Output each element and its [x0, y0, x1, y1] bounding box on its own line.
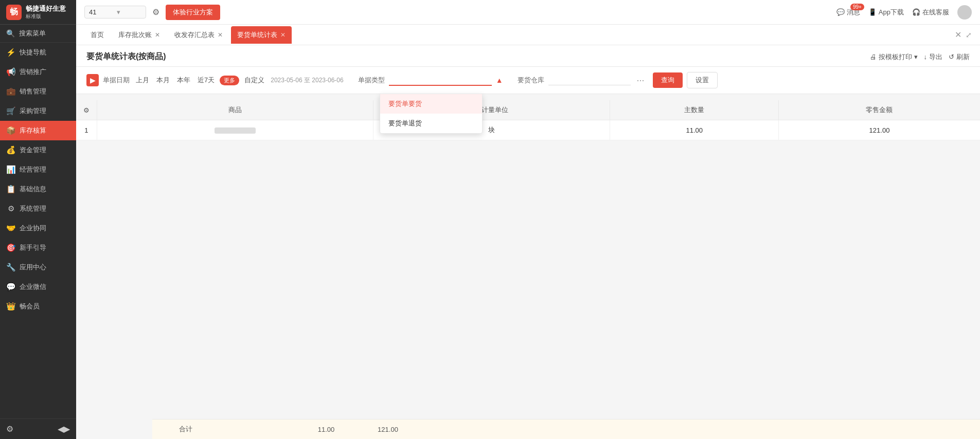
message-icon: 💬: [836, 8, 845, 16]
topbar-left: 41 ▾ ⚙ 体验行业方案: [84, 5, 220, 20]
date-btn-this-month[interactable]: 本月: [154, 75, 172, 86]
footer-lingshao: 121.00: [357, 426, 419, 433]
sidebar-item-xinshou[interactable]: 🎯 新手引导: [0, 238, 76, 258]
sidebar-search-item[interactable]: 🔍 搜索菜单: [0, 25, 76, 43]
sidebar: 畅 畅捷通好生意 标准版 🔍 搜索菜单 ⚡ 快捷导航 📢 营销推广 💼 销售管理…: [0, 0, 76, 439]
settings-footer-icon[interactable]: ⚙: [6, 424, 13, 434]
dropdown-menu: 要货单要货 要货单退货: [380, 94, 483, 134]
tab-label: 收发存汇总表: [174, 30, 215, 40]
sidebar-item-xiaoshou[interactable]: 💼 销售管理: [0, 82, 76, 101]
sidebar-item-label: 企业协同: [20, 224, 70, 233]
service-button[interactable]: 🎧 在线客服: [912, 8, 949, 17]
tab-close-icon[interactable]: ✕: [218, 32, 223, 38]
date-btn-more[interactable]: 更多: [220, 76, 239, 85]
refresh-label: 刷新: [956, 52, 970, 62]
main-area: 41 ▾ ⚙ 体验行业方案 💬 消息 99+ 📱 App下载 🎧 在线客服: [76, 0, 980, 439]
dropdown-item-yaohuo-tuihuo[interactable]: 要货单退货: [380, 114, 482, 133]
sidebar-nav: ⚡ 快捷导航 📢 营销推广 💼 销售管理 🛒 采购管理 📦 库存核算 💰 资金管…: [0, 43, 76, 418]
sidebar-item-yingxiao[interactable]: 📢 营销推广: [0, 62, 76, 82]
date-btn-7days[interactable]: 近7天: [195, 75, 217, 86]
date-btn-this-year[interactable]: 本年: [175, 75, 192, 86]
topbar-right: 💬 消息 99+ 📱 App下载 🎧 在线客服: [836, 5, 972, 20]
warehouse-label: 要货仓库: [518, 76, 544, 85]
settings-button[interactable]: 设置: [687, 72, 718, 88]
tab-label: 要货单统计表: [237, 30, 277, 40]
sidebar-item-huiyuan[interactable]: 👑 畅会员: [0, 297, 76, 316]
print-label: 按模板打印: [879, 52, 912, 62]
column-header-lingshao: 零售金额: [778, 100, 980, 120]
huiyuan-icon: 👑: [6, 302, 15, 311]
tab-close-icon[interactable]: ✕: [155, 32, 160, 38]
page-content: 要货单统计表(按商品) 🖨 按模板打印 ▾ ↓ 导出 ↺ 刷新: [76, 45, 980, 439]
message-badge: 99+: [850, 4, 864, 10]
table-footer: 合计 11.00 121.00: [152, 419, 980, 439]
topbar-gear-icon[interactable]: ⚙: [152, 7, 159, 17]
xinshou-icon: 🎯: [6, 243, 15, 252]
toggle-sidebar-icon[interactable]: ◀▶: [58, 424, 70, 434]
trial-button[interactable]: 体验行业方案: [166, 5, 220, 20]
tab-kucun-pizhang[interactable]: 库存批次账 ✕: [112, 26, 166, 44]
sidebar-footer: ⚙ ◀▶: [0, 418, 76, 439]
xiaoshou-icon: 💼: [6, 87, 15, 96]
tab-shoudinghuizong[interactable]: 收发存汇总表 ✕: [168, 26, 229, 44]
column-header-shangpin: 商品: [97, 100, 373, 120]
refresh-button[interactable]: ↺ 刷新: [949, 52, 970, 62]
footer-zhushuliang: 11.00: [295, 426, 357, 433]
date-shortcuts: 上月 本月 本年 近7天 更多 自定义: [134, 75, 266, 86]
close-all-tabs-button[interactable]: ✕: [955, 30, 961, 40]
type-dropdown-arrow[interactable]: ▲: [496, 76, 503, 84]
sidebar-item-label: 畅会员: [20, 302, 70, 311]
filter-toggle-button[interactable]: ▶: [86, 74, 99, 86]
app-label: App下载: [879, 8, 904, 17]
chevron-down-icon: ▾: [117, 8, 141, 16]
sidebar-item-xitong[interactable]: ⚙ 系统管理: [0, 199, 76, 218]
sidebar-item-yingyong[interactable]: 🔧 应用中心: [0, 258, 76, 277]
tab-home-label: 首页: [91, 30, 104, 40]
jichu-icon: 📋: [6, 185, 15, 194]
sidebar-item-label: 基础信息: [20, 185, 70, 194]
warehouse-input[interactable]: [548, 75, 631, 85]
tab-home[interactable]: 首页: [84, 26, 110, 44]
more-filters-icon[interactable]: ···: [637, 75, 645, 86]
tab-yaohuotongji[interactable]: 要货单统计表 ✕: [231, 26, 292, 44]
user-avatar[interactable]: [957, 5, 972, 20]
row-zhushuliang: 11.00: [610, 120, 779, 140]
type-input[interactable]: [389, 75, 492, 86]
sidebar-item-label: 销售管理: [20, 87, 70, 96]
sidebar-item-label: 采购管理: [20, 106, 70, 116]
dropdown-item-yaohuo-yaohuo[interactable]: 要货单要货: [380, 94, 482, 114]
service-label: 在线客服: [922, 8, 949, 17]
tab-close-icon[interactable]: ✕: [280, 32, 286, 38]
column-header-gear[interactable]: ⚙: [76, 100, 97, 120]
app-download-button[interactable]: 📱 App下载: [868, 8, 904, 17]
row-index: 1: [76, 120, 97, 140]
page-title-row: 要货单统计表(按商品) 🖨 按模板打印 ▾ ↓ 导出 ↺ 刷新: [86, 51, 970, 62]
query-button[interactable]: 查询: [653, 72, 683, 88]
sidebar-item-weixin[interactable]: 💬 企业微信: [0, 277, 76, 297]
tab-label: 库存批次账: [118, 30, 152, 40]
message-button[interactable]: 💬 消息 99+: [836, 8, 860, 17]
sidebar-item-zijin[interactable]: 💰 资金管理: [0, 140, 76, 160]
print-button[interactable]: 🖨 按模板打印 ▾: [870, 52, 918, 62]
sidebar-item-label: 新手引导: [20, 243, 70, 252]
sidebar-item-kucun[interactable]: 📦 库存核算: [0, 121, 76, 140]
sidebar-item-jichu[interactable]: 📋 基础信息: [0, 179, 76, 199]
sidebar-item-label: 系统管理: [20, 204, 70, 213]
sidebar-item-qiye[interactable]: 🤝 企业协同: [0, 218, 76, 238]
page-title: 要货单统计表(按商品): [86, 51, 166, 62]
company-selector[interactable]: 41 ▾: [84, 6, 146, 19]
logo-icon: 畅: [6, 5, 22, 20]
jingying-icon: 📊: [6, 165, 15, 174]
date-label: 单据日期: [103, 76, 130, 85]
date-btn-last-month[interactable]: 上月: [134, 75, 151, 86]
sidebar-item-jingying[interactable]: 📊 经营管理: [0, 160, 76, 179]
footer-label: 合计: [158, 425, 192, 434]
sidebar-search-label: 搜索菜单: [19, 29, 46, 38]
date-btn-custom[interactable]: 自定义: [242, 75, 266, 86]
export-button[interactable]: ↓ 导出: [924, 52, 943, 62]
sidebar-item-kuaijie[interactable]: ⚡ 快捷导航: [0, 43, 76, 62]
column-header-zhushuliang: 主数量: [610, 100, 779, 120]
sidebar-item-caigou[interactable]: 🛒 采购管理: [0, 101, 76, 121]
expand-tabs-icon[interactable]: ⤢: [966, 31, 972, 39]
sidebar-item-label: 资金管理: [20, 145, 70, 155]
